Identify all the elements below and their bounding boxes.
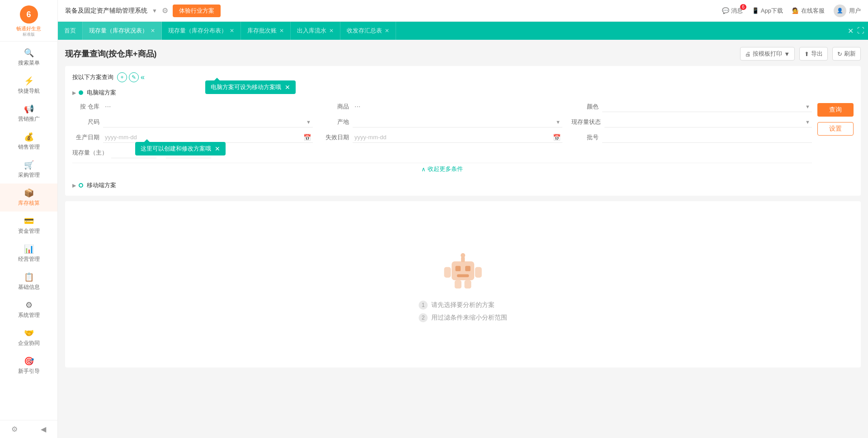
sidebar-item-finance[interactable]: 💳 资金管理 (0, 212, 57, 240)
color-select[interactable] (602, 101, 812, 112)
color-input-wrap: ▼ (602, 101, 812, 112)
sidebar-item-label: 经营管理 (18, 255, 40, 263)
marketing-icon: 📢 (24, 104, 34, 114)
user-menu-btn[interactable]: 👤 用户 (834, 5, 861, 17)
sidebar-item-management[interactable]: 📊 经营管理 (0, 240, 57, 268)
collapse-row: ∧ 收起更多条件 (72, 163, 812, 177)
app-download-btn[interactable]: 📱 App下载 (752, 7, 783, 15)
tab-inout[interactable]: 出入库流水 ✕ (291, 22, 340, 40)
sidebar-logo: 6 畅通好生意 标准版 (0, 0, 57, 42)
export-btn[interactable]: ⬆ 导出 (799, 47, 828, 61)
search-icon: 🔍 (24, 48, 34, 58)
svg-rect-4 (461, 257, 465, 262)
tab-stock-status-close[interactable]: ✕ (151, 28, 155, 34)
print-icon: 🖨 (745, 51, 751, 57)
collapse-icon: ∧ (421, 166, 426, 173)
filter-mfg-date: 生产日期 📅 (72, 132, 313, 143)
filter-row-1: 按 仓库 ··· 商品 ··· (72, 101, 812, 112)
svg-rect-7 (475, 267, 482, 278)
svg-point-5 (461, 253, 465, 258)
tree-item-pc[interactable]: ▶ 电脑端方案 (72, 88, 854, 98)
mfg-date-input[interactable] (103, 132, 313, 143)
sidebar-item-label: 库存核算 (18, 199, 40, 207)
sidebar-item-basic[interactable]: 📋 基础信息 (0, 268, 57, 296)
filter-label: 按以下方案查询 (72, 73, 113, 81)
logo-icon: 6 (20, 5, 38, 24)
header-right: 💬 消息 6 📱 App下载 💁 在线客服 👤 用户 (722, 5, 861, 17)
warehouse-label: 按 仓库 (72, 103, 99, 111)
tab-home[interactable]: 首页 (58, 22, 83, 40)
sidebar-item-sales[interactable]: 💰 销售管理 (0, 127, 57, 155)
print-btn[interactable]: 🖨 按模板打印 ▼ (740, 47, 795, 61)
tab-summary-close[interactable]: ✕ (385, 28, 389, 34)
svg-rect-3 (457, 274, 469, 278)
tab-stock-status[interactable]: 现存量（库存状况表） ✕ (83, 22, 162, 40)
sidebar-bottom: ⚙ ◀ (0, 420, 57, 438)
exp-date-input[interactable] (353, 132, 562, 143)
tooltip1-close[interactable]: ✕ (285, 84, 290, 91)
sidebar-item-label: 快捷导航 (18, 87, 40, 95)
purchase-icon: 🛒 (24, 160, 34, 170)
tree-label-pc: 电脑端方案 (87, 89, 116, 97)
tab-batch[interactable]: 库存批次账 ✕ (241, 22, 291, 40)
tooltip2-close[interactable]: ✕ (215, 145, 220, 152)
sidebar-item-label: 采购管理 (18, 171, 40, 179)
svg-rect-2 (465, 266, 471, 271)
refresh-btn[interactable]: ↻ 刷新 (832, 47, 861, 61)
filter-size: 尺码 ▼ (72, 117, 313, 127)
goods-dots[interactable]: ··· (354, 103, 360, 110)
tab-close-all-icon[interactable]: ✕ (848, 27, 854, 35)
tab-summary-label: 收发存汇总表 (347, 27, 382, 35)
filter-panel: 按以下方案查询 + ✎ « 电脑方案可设为移动方案哦 ✕ ▶ 电脑端方案 (65, 66, 861, 196)
tab-inout-close[interactable]: ✕ (329, 28, 334, 34)
exp-date-input-wrap: 📅 (353, 132, 562, 143)
tree-arrow-mobile: ▶ (72, 183, 76, 188)
settings-bottom-btn[interactable]: ⚙ (11, 425, 18, 433)
sidebar-item-search[interactable]: 🔍 搜索菜单 (0, 43, 57, 71)
online-service-btn[interactable]: 💁 在线客服 (792, 7, 825, 15)
tab-fullscreen-icon[interactable]: ⛶ (857, 27, 864, 35)
industry-btn[interactable]: 体验行业方案 (173, 5, 221, 17)
sidebar-item-guide[interactable]: 🎯 新手引导 (0, 352, 57, 380)
tooltip-text2: 这里可以创建和修改方案哦 (141, 145, 211, 153)
tab-batch-close[interactable]: ✕ (279, 28, 284, 34)
tree-dot-pc (79, 90, 83, 95)
collapse-sidebar-btn[interactable]: ◀ (41, 425, 46, 433)
reset-btn[interactable]: 设置 (817, 122, 854, 136)
collab-icon: 🤝 (24, 328, 34, 338)
color-chevron-icon: ▼ (805, 104, 810, 109)
sidebar-item-system[interactable]: ⚙ 系统管理 (0, 296, 57, 324)
size-chevron-icon: ▼ (306, 119, 311, 125)
header-dropdown-arrow[interactable]: ▼ (152, 8, 157, 14)
empty-hints: 1 请先选择要分析的方案 2 用过滤条件来缩小分析范围 (419, 301, 507, 322)
collapse-btn[interactable]: ∧ 收起更多条件 (421, 165, 463, 173)
tab-summary[interactable]: 收发存汇总表 ✕ (340, 22, 396, 40)
hint-text-2: 用过滤条件来缩小分析范围 (431, 314, 507, 322)
sidebar-item-marketing[interactable]: 📢 营销推广 (0, 99, 57, 127)
tree-item-mobile[interactable]: ▶ 移动端方案 (72, 180, 854, 190)
app-label: App下载 (761, 7, 783, 15)
sidebar-item-purchase[interactable]: 🛒 采购管理 (0, 155, 57, 184)
edit-scheme-btn[interactable]: ✎ (129, 72, 139, 82)
batch-input[interactable] (602, 132, 812, 143)
stock-status-select[interactable] (604, 117, 812, 127)
search-btn[interactable]: 查询 (817, 103, 854, 117)
sidebar-item-quicknav[interactable]: ⚡ 快捷导航 (0, 71, 57, 99)
app-icon: 📱 (752, 7, 759, 14)
notice-icon: 💬 (722, 7, 729, 14)
header-gear-btn[interactable]: ⚙ (162, 6, 168, 15)
notice-btn[interactable]: 💬 消息 6 (722, 7, 743, 15)
sidebar-item-collab[interactable]: 🤝 企业协同 (0, 324, 57, 352)
size-select[interactable] (103, 117, 313, 127)
mfg-date-calendar-icon[interactable]: 📅 (303, 134, 311, 141)
origin-select[interactable] (353, 117, 562, 127)
sidebar-item-inventory[interactable]: 📦 库存核算 (0, 184, 57, 212)
scheme-back-btn[interactable]: « (141, 73, 145, 81)
tab-stock-dist[interactable]: 现存量（库存分布表） ✕ (162, 22, 241, 40)
add-scheme-btn[interactable]: + (117, 72, 127, 82)
tab-stock-dist-close[interactable]: ✕ (230, 28, 234, 34)
tree-label-mobile: 移动端方案 (87, 181, 116, 189)
filter-warehouse: 按 仓库 ··· (72, 101, 313, 112)
warehouse-dots[interactable]: ··· (105, 103, 111, 110)
exp-date-calendar-icon[interactable]: 📅 (553, 134, 561, 141)
